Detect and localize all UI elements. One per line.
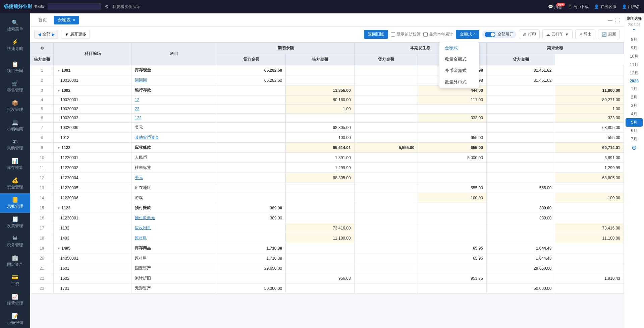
sidebar-item-salary[interactable]: 💳 工资 xyxy=(0,271,30,290)
breadcrumb-forward-icon[interactable]: ▶ xyxy=(52,32,55,37)
cell-name[interactable]: 回回回 xyxy=(131,75,217,85)
period-month-item[interactable]: 1月 xyxy=(626,85,643,93)
view-mode-btn[interactable]: 金额式 ^ xyxy=(456,30,479,39)
sidebar-item-operations[interactable]: 📈 经营管理 xyxy=(0,290,30,310)
period-month-item[interactable]: 4月 xyxy=(626,110,643,118)
sidebar-item-project[interactable]: 📋 项目合同 xyxy=(0,58,30,77)
breadcrumb-back-icon[interactable]: ◀ xyxy=(38,32,41,37)
account-link[interactable]: 回回回 xyxy=(135,78,147,82)
cell-row-number: 1 xyxy=(31,65,54,75)
sidebar-item-reimbursement[interactable]: 📝 小畅报销 xyxy=(0,310,30,328)
cell-name[interactable]: 其他货币资金 xyxy=(131,133,217,143)
cell-end-debit xyxy=(486,223,555,233)
right-panel: 期间选择 2023.05 ⌃ 8月9月10月11月12月20231月2月3月4月… xyxy=(624,13,644,328)
cell-open-credit xyxy=(286,183,355,193)
cell-curr-credit: 953.75 xyxy=(418,273,487,283)
view-mode-qty-foreign[interactable]: 数量外币式 xyxy=(439,76,479,88)
account-link[interactable]: 12 xyxy=(135,97,139,102)
end-credit-header: 贷方金额 xyxy=(486,54,555,65)
sidebar-item-wholesale[interactable]: 📦 批发管理 xyxy=(0,96,30,116)
tab-home[interactable]: 首页 xyxy=(34,17,51,23)
retail-icon: 🛒 xyxy=(1,80,29,87)
settings-icon[interactable]: ⚙ xyxy=(105,4,109,9)
sidebar-item-search[interactable]: 🔍 搜索菜单 xyxy=(0,16,30,36)
cell-name[interactable]: 美元 xyxy=(131,173,217,183)
expand-all-toggle[interactable]: 全部展开 xyxy=(482,30,516,38)
top-search-input[interactable] xyxy=(48,3,101,10)
cell-name[interactable]: 122 xyxy=(131,114,217,123)
table-settings-icon[interactable]: ⚙ xyxy=(40,46,44,51)
sidebar-item-finance[interactable]: 💰 资金管理 xyxy=(0,174,30,193)
cell-name[interactable]: 原材料 xyxy=(131,233,217,243)
app-download-btn[interactable]: 📱 App下载 xyxy=(568,4,589,10)
cell-end-credit xyxy=(555,253,624,263)
table-row: 1311220005所在地区555.00555.00 xyxy=(31,183,624,193)
account-link[interactable]: 应收利息 xyxy=(135,225,151,230)
period-month-item[interactable]: 2月 xyxy=(626,93,643,102)
sidebar-item-quicknav[interactable]: ⚡ 快捷导航 xyxy=(0,36,30,55)
sidebar-item-retail[interactable]: 🛒 零售管理 xyxy=(0,77,30,96)
show-aux-checkbox[interactable]: 显示辅助核算 xyxy=(391,31,421,37)
maximize-icon[interactable]: ⛶ xyxy=(615,17,620,23)
account-link[interactable]: 美元 xyxy=(135,175,143,180)
assets-icon: 🏢 xyxy=(1,255,29,261)
cell-name[interactable]: 预付款美元 xyxy=(131,213,217,223)
period-month-item[interactable]: 8月 xyxy=(626,36,643,44)
online-service-btn[interactable]: 👤 在线客服 xyxy=(594,4,616,10)
message-badge[interactable]: 💬 消息 99+ xyxy=(548,4,562,10)
months-container: 8月9月10月11月12月20231月2月3月4月5月6月7月 xyxy=(626,36,643,143)
cell-open-debit xyxy=(217,105,286,114)
account-link[interactable]: 122 xyxy=(135,116,142,120)
sidebar-item-label: 小畅电商 xyxy=(1,126,29,132)
minimize-icon[interactable]: — xyxy=(608,17,612,23)
cell-name: 无形资产 xyxy=(131,283,217,293)
period-month-item[interactable]: 6月 xyxy=(626,127,643,135)
sidebar-item-assets[interactable]: 🏢 固定资产 xyxy=(0,251,30,271)
cell-curr-credit xyxy=(418,213,487,223)
table-row: 9▼ 1122应收账款65,614.015,555.00655.0060,714… xyxy=(31,143,624,153)
period-up-icon[interactable]: ⌃ xyxy=(632,27,637,35)
period-expand-icon[interactable]: ⊕ xyxy=(632,144,637,151)
user-avatar[interactable]: 👤 用户名 xyxy=(622,4,640,10)
account-link[interactable]: 23 xyxy=(135,107,139,111)
view-mode-amount[interactable]: 金额式 xyxy=(439,42,479,54)
refresh-btn[interactable]: 🔄 刷新 xyxy=(598,29,620,39)
export-btn[interactable]: ↗ 导出 xyxy=(575,29,595,39)
show-ytd-checkbox[interactable]: 显示本年累计 xyxy=(423,31,453,37)
account-link[interactable]: 原材料 xyxy=(135,236,147,240)
tab-close-icon[interactable]: × xyxy=(73,18,75,22)
sidebar-item-inventory[interactable]: 📊 库存核算 xyxy=(0,154,30,174)
period-month-item[interactable]: 9月 xyxy=(626,44,643,52)
print-btn[interactable]: 🖨 打印 xyxy=(519,29,540,39)
cell-end-credit xyxy=(555,263,624,273)
period-month-item[interactable]: 12月 xyxy=(626,69,643,77)
cell-curr-debit xyxy=(354,273,418,283)
cell-open-credit: 65,614.01 xyxy=(286,143,355,153)
period-month-item[interactable]: 11月 xyxy=(626,61,643,69)
period-month-item[interactable]: 5月 xyxy=(626,118,643,127)
period-month-item[interactable]: 2023 xyxy=(626,77,643,85)
sidebar-item-purchase[interactable]: 🛍 采购管理 xyxy=(0,135,30,154)
period-month-item[interactable]: 3月 xyxy=(626,102,643,110)
tab-balance[interactable]: 余额表 × xyxy=(54,16,79,24)
toggle-switch[interactable] xyxy=(485,32,495,37)
expand-more-btn[interactable]: ▼ 展开更多 xyxy=(61,30,90,39)
return-old-btn[interactable]: 退回旧版 xyxy=(364,30,388,39)
view-mode-foreign-amount[interactable]: 外币金额式 xyxy=(439,65,479,76)
sidebar-item-invoice[interactable]: 🧾 发票管理 xyxy=(0,213,30,232)
cell-name[interactable]: 12 xyxy=(131,95,217,105)
cell-end-debit xyxy=(486,273,555,283)
demo-link[interactable]: 我要看实例演示 xyxy=(112,4,141,10)
sidebar-item-ecommerce[interactable]: 💻 小畅电商 xyxy=(0,116,30,135)
view-mode-qty-amount[interactable]: 数量金额式 xyxy=(439,54,479,65)
period-month-item[interactable]: 10月 xyxy=(626,52,643,61)
col-settings-header[interactable]: ⚙ xyxy=(31,43,54,54)
account-link[interactable]: 其他货币资金 xyxy=(135,135,159,140)
account-link[interactable]: 预付款美元 xyxy=(135,215,155,220)
sidebar-item-ledger[interactable]: 📒 总账管理 xyxy=(0,193,30,213)
cell-name[interactable]: 应收利息 xyxy=(131,223,217,233)
cell-name[interactable]: 23 xyxy=(131,105,217,114)
cloud-print-btn[interactable]: ☁ 云打印 ▼ xyxy=(542,29,573,39)
sidebar-item-tax[interactable]: 🏛 税务管理 xyxy=(0,232,30,251)
period-month-item[interactable]: 7月 xyxy=(626,135,643,143)
